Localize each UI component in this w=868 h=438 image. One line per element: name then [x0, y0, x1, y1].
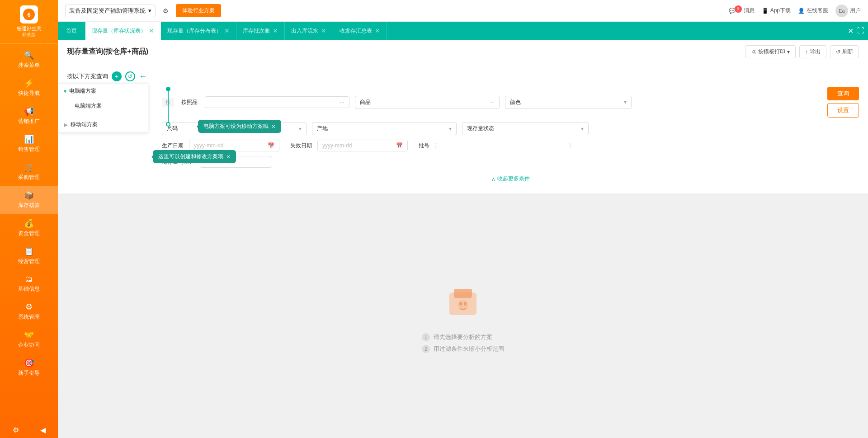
sidebar-item-label: 销售管理: [18, 146, 40, 153]
app-version: 标准版: [22, 32, 36, 38]
sidebar-item-label: 资金管理: [18, 230, 40, 237]
color-label: 颜色: [510, 99, 521, 106]
app-download-action[interactable]: 📱 App下载: [762, 7, 791, 14]
sidebar-item-basic[interactable]: 🗂 基础信息: [0, 270, 58, 297]
tab-inventory-distribution-label: 现存量（库存分布表）: [167, 27, 222, 35]
scheme-item-mobile[interactable]: ▶ 移动端方案: [58, 117, 148, 132]
filter-reset-btn[interactable]: ↺: [125, 71, 135, 81]
sidebar-item-label: 搜索菜单: [18, 61, 40, 69]
print-btn[interactable]: 🖨 按模板打印 ▾: [745, 45, 796, 58]
user-action[interactable]: Ea 用户: [835, 5, 861, 17]
filter-settings-btn[interactable]: 设置: [827, 103, 859, 118]
scheme-mobile-label: 移动端方案: [71, 121, 98, 128]
sidebar-item-quick-nav[interactable]: ⚡ 快捷导航: [0, 74, 58, 102]
sidebar-item-label: 系统管理: [18, 313, 40, 321]
gear-icon[interactable]: ⚙: [161, 5, 170, 16]
export-label: 导出: [810, 48, 821, 56]
tooltip-close-icon[interactable]: ✕: [226, 154, 231, 160]
enterprise-icon: 🤝: [24, 330, 34, 340]
filter-header: 按以下方案查询 + ↺ ←: [67, 71, 859, 81]
tab-in-out-flow[interactable]: 出入库流水 ✕: [285, 22, 333, 40]
filter-stock-status[interactable]: 现存量状态 ▾: [462, 122, 589, 135]
settings-btn[interactable]: ⚙: [13, 426, 19, 434]
tab-in-out-flow-label: 出入库流水: [291, 27, 318, 35]
scheme-tooltip-text: 电脑方案可设为移动方案哦: [203, 122, 269, 130]
filter-expire-date[interactable]: yyyy-mm-dd 📅: [317, 140, 408, 151]
sidebar-item-label: 采购管理: [18, 174, 40, 181]
scheme-sub-label: 电脑端方案: [75, 102, 102, 110]
refresh-btn[interactable]: ↺ 刷新: [830, 45, 859, 58]
tab-inventory-status[interactable]: 现存量（库存状况表） ✕: [85, 22, 161, 40]
goods-label: 商品: [360, 99, 371, 106]
sidebar-item-search-menu[interactable]: 🔍 搜索菜单: [0, 46, 58, 74]
filter-area: 按以下方案查询 + ↺ ← ▾ 电脑端方案 电脑端方案 ▶: [58, 64, 868, 194]
tab-collect-summary[interactable]: 收发存汇总表 ✕: [333, 22, 387, 40]
industry-btn[interactable]: 体验行业方案: [176, 4, 221, 17]
content-header: 现存量查询(按仓库+商品) 🖨 按模板打印 ▾ ↑ 导出 ↺ 刷新: [58, 40, 868, 64]
sidebar-item-operations[interactable]: 📋 经营管理: [0, 242, 58, 270]
collapse-btn[interactable]: ∧ 收起更多条件: [162, 171, 859, 186]
filter-origin[interactable]: 产地 ▾: [312, 122, 457, 135]
scheme-item-desktop[interactable]: ▾ 电脑端方案: [58, 84, 148, 99]
system-selector[interactable]: 装备及固定资产辅助管理系统 ▾: [65, 5, 156, 17]
phone-icon: 📱: [762, 8, 769, 14]
filter-batch-no[interactable]: [435, 143, 571, 148]
sidebar-item-guide[interactable]: 🎯 新手引导: [0, 353, 58, 381]
tab-home[interactable]: 首页: [58, 22, 85, 40]
message-badge: 9: [735, 5, 742, 13]
sidebar-item-inventory[interactable]: 📦 库存核算: [0, 186, 58, 214]
online-service-action[interactable]: 👤 在线客服: [798, 7, 828, 14]
service-icon: 👤: [798, 8, 805, 14]
svg-text:6: 6: [27, 11, 30, 18]
calendar-icon: 📅: [268, 142, 274, 149]
collapse-sidebar-btn[interactable]: ◀: [40, 426, 46, 434]
sidebar-item-sales[interactable]: 📊 销售管理: [0, 130, 58, 158]
sidebar-item-purchase[interactable]: 🛒 采购管理: [0, 158, 58, 186]
tab-inventory-status-label: 现存量（库存状况表）: [92, 27, 146, 35]
message-action[interactable]: 💬 9 消息: [729, 7, 755, 14]
sidebar-item-marketing[interactable]: 📢 营销推广: [0, 102, 58, 130]
sidebar-item-enterprise[interactable]: 🤝 企业协同: [0, 325, 58, 353]
tip-text-1: 请先选择要分析的方案: [434, 333, 492, 341]
tab-close-all-btn[interactable]: ✕: [848, 27, 854, 35]
sidebar-item-label: 营销推广: [18, 118, 40, 125]
filter-arrow-btn[interactable]: ←: [139, 72, 147, 81]
filter-row-3: 生产日期 yyyy-mm-dd 📅 失效日期 yyyy-mm-dd 📅 批号: [162, 140, 859, 151]
filter-row-4: 现存量（主） —: [162, 156, 859, 168]
tab-fullscreen-btn[interactable]: ⛶: [857, 27, 864, 35]
tip-text-2: 用过滤条件来缩小分析范围: [434, 345, 504, 353]
sidebar-nav: 🔍 搜索菜单 ⚡ 快捷导航 📢 营销推广 📊 销售管理 🛒 采购管理 📦 库存核…: [0, 46, 58, 422]
tab-close-icon[interactable]: ✕: [149, 27, 154, 34]
tab-close-icon[interactable]: ✕: [375, 27, 380, 34]
export-btn[interactable]: ↑ 导出: [799, 45, 826, 58]
tab-inventory-distribution[interactable]: 现存量（库存分布表） ✕: [161, 22, 236, 40]
tab-close-icon[interactable]: ✕: [321, 27, 326, 34]
chevron-down-icon: ▾: [299, 126, 302, 132]
content-actions: 🖨 按模板打印 ▾ ↑ 导出 ↺ 刷新: [745, 45, 859, 58]
tab-close-icon[interactable]: ✕: [273, 27, 278, 34]
dots-icon: ···: [340, 99, 344, 105]
tab-bar: 首页 现存量（库存状况表） ✕ 现存量（库存分布表） ✕ 库存批次账 ✕ 出入库…: [58, 22, 868, 40]
prod-date-placeholder: yyyy-mm-dd: [194, 142, 223, 149]
refresh-icon: ↺: [836, 49, 840, 55]
filter-add-btn[interactable]: +: [112, 71, 122, 81]
filter-color[interactable]: 颜色 ▾: [505, 96, 632, 109]
scheme-subitem-desktop[interactable]: 电脑端方案: [71, 99, 148, 113]
tab-close-icon[interactable]: ✕: [224, 27, 230, 34]
sidebar-item-finance[interactable]: 💰 资金管理: [0, 214, 58, 242]
filter-header-label: 按以下方案查询: [67, 72, 108, 80]
filter-action-col: 查询 设置: [818, 87, 859, 118]
tooltip-close-icon[interactable]: ✕: [271, 123, 276, 130]
header-right: 💬 9 消息 📱 App下载 👤 在线客服 Ea 用户: [729, 5, 861, 17]
sidebar-item-label: 新手引导: [18, 369, 40, 377]
expire-date-placeholder: yyyy-mm-dd: [322, 142, 352, 149]
tab-batch-ledger[interactable]: 库存批次账 ✕: [236, 22, 285, 40]
filter-warehouse[interactable]: ···: [205, 96, 349, 108]
query-btn[interactable]: 查询: [827, 87, 859, 100]
sidebar-item-system[interactable]: ⚙ 系统管理: [0, 297, 58, 325]
inventory-icon: 📦: [24, 190, 34, 200]
collapse-icon: ∧: [491, 176, 495, 182]
chevron-down-icon: ▾: [449, 126, 452, 132]
empty-state: 1 请先选择要分析的方案 2 用过滤条件来缩小分析范围: [58, 194, 868, 438]
filter-goods[interactable]: 商品 ···: [355, 96, 500, 109]
